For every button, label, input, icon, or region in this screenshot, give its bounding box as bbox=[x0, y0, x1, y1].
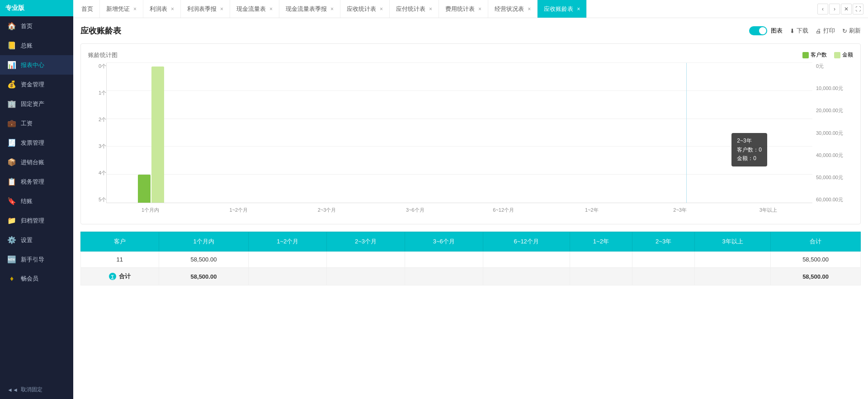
tab-voucher-close[interactable]: × bbox=[133, 6, 137, 12]
sidebar-bottom-label: 取消固定 bbox=[21, 386, 42, 394]
sidebar-item-settings[interactable]: ⚙️ 设置 bbox=[0, 230, 73, 250]
sidebar-pin-toggle[interactable]: ◄◄ 取消固定 bbox=[0, 380, 73, 399]
tab-business-status-close[interactable]: × bbox=[528, 6, 531, 12]
tab-ap-stats-close[interactable]: × bbox=[429, 6, 432, 12]
y-axis-left: 5个 4个 3个 2个 1个 0个 bbox=[88, 63, 106, 217]
tab-ar-stats-close[interactable]: × bbox=[380, 6, 383, 12]
sales-icon: 📦 bbox=[7, 158, 16, 166]
page-title: 应收账龄表 bbox=[80, 25, 121, 36]
bar-group-0[interactable] bbox=[107, 63, 195, 203]
legend-amount-label: 金额 bbox=[842, 51, 853, 59]
tab-profit-label: 利润表 bbox=[150, 5, 167, 13]
sidebar-item-guide[interactable]: 🆕 新手引导 bbox=[0, 250, 73, 269]
tab-profit-quarter-close[interactable]: × bbox=[220, 6, 223, 12]
main-area: 首页 新增凭证 × 利润表 × 利润表季报 × 现金流量表 × 现金流量表季报 … bbox=[73, 0, 868, 399]
chart-area: 2~3年 客户数：0 金额：0 1个月内 1~2个月 2~3个月 bbox=[106, 63, 812, 217]
sidebar-item-settle[interactable]: 🔖 结账 bbox=[0, 191, 73, 211]
total-2-3y bbox=[632, 268, 694, 285]
tab-profit-close[interactable]: × bbox=[171, 6, 174, 12]
cell-1-2y bbox=[570, 252, 632, 268]
col-header-total: 合计 bbox=[771, 232, 861, 252]
tab-expense-stats-close[interactable]: × bbox=[478, 6, 481, 12]
settle-icon: 🔖 bbox=[7, 197, 16, 205]
total-label-cell: ∑ 合计 bbox=[81, 268, 159, 285]
tab-voucher-label: 新增凭证 bbox=[106, 5, 130, 13]
sidebar-item-salary[interactable]: 💼 工资 bbox=[0, 114, 73, 133]
tab-ap-stats[interactable]: 应付统计表 × bbox=[390, 0, 439, 18]
tab-expense-stats[interactable]: 费用统计表 × bbox=[439, 0, 488, 18]
page-content: 应收账龄表 图表 ⬇ 下载 🖨 打印 ↻ 刷新 bbox=[73, 18, 868, 399]
col-header-2-3m: 2~3个月 bbox=[327, 232, 405, 252]
tab-cashflow-quarter[interactable]: 现金流量表季报 × bbox=[279, 0, 340, 18]
total-icon: ∑ bbox=[109, 273, 116, 280]
tab-ar-aging-close[interactable]: × bbox=[577, 6, 580, 12]
bar-group-6[interactable] bbox=[636, 63, 724, 203]
sidebar-item-label: 资金管理 bbox=[21, 81, 44, 89]
bar-group-3[interactable] bbox=[371, 63, 459, 203]
tab-cashflow-close[interactable]: × bbox=[269, 6, 273, 12]
bar-group-7[interactable] bbox=[724, 63, 812, 203]
col-header-1-2y: 1~2年 bbox=[570, 232, 632, 252]
data-table: 客户 1个月内 1~2个月 2~3个月 3~6个月 6~12个月 1~2年 2~… bbox=[80, 232, 861, 285]
bar-group-4[interactable] bbox=[460, 63, 548, 203]
tab-profit-quarter[interactable]: 利润表季报 × bbox=[181, 0, 230, 18]
bar-group-1[interactable] bbox=[195, 63, 283, 203]
x-label-6: 2~3年 bbox=[636, 207, 724, 214]
chart-grid: 2~3年 客户数：0 金额：0 bbox=[106, 63, 812, 203]
tab-cashflow-quarter-close[interactable]: × bbox=[330, 6, 334, 12]
tab-profit[interactable]: 利润表 × bbox=[143, 0, 181, 18]
total-3y-plus bbox=[695, 268, 771, 285]
tab-expand-button[interactable]: ⛶ bbox=[853, 4, 863, 14]
archive-icon: 📁 bbox=[7, 216, 16, 225]
tab-profit-quarter-label: 利润表季报 bbox=[187, 5, 217, 13]
total-text: 合计 bbox=[119, 272, 131, 280]
sidebar-item-reports[interactable]: 📊 报表中心 bbox=[0, 55, 73, 75]
sidebar-item-assets[interactable]: 🏢 固定资产 bbox=[0, 94, 73, 114]
assets-icon: 🏢 bbox=[7, 100, 16, 108]
pin-icon: ◄◄ bbox=[7, 387, 18, 393]
download-button[interactable]: ⬇ 下载 bbox=[790, 27, 808, 35]
refresh-button[interactable]: ↻ 刷新 bbox=[842, 27, 861, 35]
tab-prev-button[interactable]: ‹ bbox=[817, 4, 828, 14]
toggle-label: 图表 bbox=[771, 27, 783, 35]
sidebar-item-sales[interactable]: 📦 进销台账 bbox=[0, 152, 73, 172]
sidebar-item-archive[interactable]: 📁 归档管理 bbox=[0, 211, 73, 230]
legend-customer-dot bbox=[802, 52, 809, 58]
col-header-3-6m: 3~6个月 bbox=[405, 232, 483, 252]
x-label-4: 6~12个月 bbox=[459, 207, 547, 214]
sidebar-item-funds[interactable]: 💰 资金管理 bbox=[0, 75, 73, 94]
funds-icon: 💰 bbox=[7, 80, 16, 89]
guide-icon: 🆕 bbox=[7, 255, 16, 264]
tab-cashflow-label: 现金流量表 bbox=[236, 5, 266, 13]
tab-cashflow-quarter-label: 现金流量表季报 bbox=[286, 5, 327, 13]
sidebar-item-tax[interactable]: 📋 税务管理 bbox=[0, 172, 73, 191]
sidebar-item-invoice[interactable]: 🧾 发票管理 bbox=[0, 133, 73, 152]
tab-close-all-button[interactable]: ✕ bbox=[841, 4, 852, 14]
total-1-2y bbox=[570, 268, 632, 285]
sidebar-item-member[interactable]: ♦ 畅会员 bbox=[0, 269, 73, 288]
tab-business-status[interactable]: 经营状况表 × bbox=[488, 0, 538, 18]
sidebar-item-label: 结账 bbox=[21, 197, 33, 205]
sidebar-item-label: 税务管理 bbox=[21, 178, 44, 186]
tab-voucher[interactable]: 新增凭证 × bbox=[100, 0, 143, 18]
col-header-1m: 1个月内 bbox=[159, 232, 249, 252]
x-label-2: 2~3个月 bbox=[283, 207, 371, 214]
print-button[interactable]: 🖨 打印 bbox=[816, 27, 835, 35]
chart-toggle[interactable]: 图表 bbox=[749, 26, 783, 35]
toggle-switch-control[interactable] bbox=[749, 26, 767, 35]
sidebar-item-home[interactable]: 🏠 首页 bbox=[0, 16, 73, 36]
settings-icon: ⚙️ bbox=[7, 236, 16, 244]
bar-group-2[interactable] bbox=[283, 63, 371, 203]
tab-ar-stats[interactable]: 应收统计表 × bbox=[340, 0, 390, 18]
tab-next-button[interactable]: › bbox=[829, 4, 840, 14]
tab-ar-aging[interactable]: 应收账龄表 × bbox=[538, 0, 587, 18]
tab-nav-buttons: ‹ › ✕ ⛶ bbox=[815, 4, 866, 14]
sidebar-item-ledger[interactable]: 📒 总账 bbox=[0, 36, 73, 55]
bar-group-5[interactable] bbox=[548, 63, 636, 203]
tab-home[interactable]: 首页 bbox=[75, 0, 100, 18]
x-label-3: 3~6个月 bbox=[371, 207, 459, 214]
total-label: ∑ 合计 bbox=[85, 272, 155, 280]
tab-cashflow[interactable]: 现金流量表 × bbox=[230, 0, 279, 18]
legend-customer-label: 客户数 bbox=[811, 51, 827, 59]
bars-container bbox=[107, 63, 812, 203]
